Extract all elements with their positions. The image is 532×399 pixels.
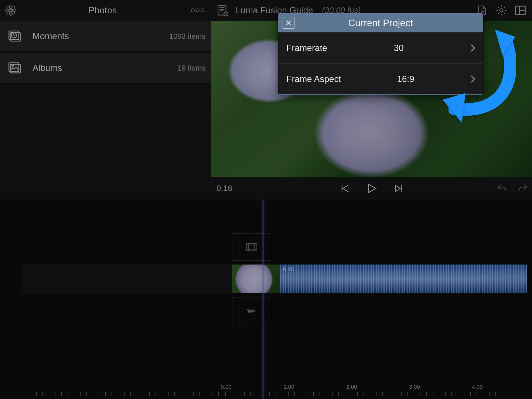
- skip-forward-icon[interactable]: [393, 183, 405, 194]
- modal-row-value: 16:9: [341, 74, 470, 84]
- more-options-icon[interactable]: [188, 6, 207, 15]
- clip-audio-waveform: [280, 265, 527, 293]
- modal-row-value: 30: [327, 43, 470, 53]
- current-project-modal: Current Project Framerate 30 Frame Aspec…: [278, 13, 483, 95]
- timeline-tracks[interactable]: 6.10 0.00 1.00 2.00 3.00 4.00: [21, 200, 511, 399]
- svg-point-11: [201, 9, 204, 12]
- redo-icon[interactable]: [517, 183, 528, 194]
- undo-icon[interactable]: [497, 183, 508, 194]
- clip-thumbnail: [232, 265, 280, 293]
- sidebar-item-albums[interactable]: Albums 19 items: [0, 52, 211, 83]
- settings-gear-icon[interactable]: [495, 4, 508, 17]
- sidebar-item-count: 1093 items: [169, 32, 205, 41]
- chevron-right-icon: [470, 44, 475, 52]
- timecode-readout: 0.16: [216, 184, 232, 193]
- ruler-labels: 0.00 1.00 2.00 3.00 4.00: [21, 383, 511, 391]
- media-library-sidebar: Photos Moments 1093 items Albums 19 item…: [0, 0, 211, 200]
- svg-point-10: [196, 9, 200, 12]
- modal-row-framerate[interactable]: Framerate 30: [278, 32, 483, 63]
- svg-point-20: [499, 8, 503, 12]
- timeline-panel: 6.10 0.00 1.00 2.00 3.00 4.00: [0, 200, 532, 399]
- playhead[interactable]: [263, 200, 263, 399]
- audio-track-dropzone[interactable]: [232, 297, 271, 324]
- svg-rect-31: [246, 243, 257, 251]
- moments-icon: [7, 29, 22, 44]
- add-media-icon[interactable]: [216, 4, 229, 17]
- photos-app-icon: [4, 4, 17, 17]
- modal-row-label: Frame Aspect: [286, 74, 341, 84]
- sidebar-item-label: Moments: [33, 31, 169, 41]
- play-icon[interactable]: [365, 182, 378, 195]
- modal-row-aspect[interactable]: Frame Aspect 16:9: [278, 63, 483, 94]
- svg-point-17: [12, 65, 13, 66]
- timeline-clip[interactable]: 6.10: [232, 265, 527, 293]
- video-overlay-dropzone[interactable]: [232, 233, 271, 261]
- skip-back-icon[interactable]: [339, 183, 350, 194]
- chevron-right-icon: [470, 75, 475, 83]
- time-ruler[interactable]: 0.00 1.00 2.00 3.00 4.00: [21, 383, 511, 396]
- svg-point-9: [191, 9, 195, 12]
- svg-point-0: [10, 9, 12, 11]
- transport-bar: 0.16: [211, 177, 532, 200]
- ruler-ticks: [21, 392, 511, 396]
- sidebar-title: Photos: [17, 5, 188, 16]
- sidebar-item-label: Albums: [33, 63, 177, 73]
- sidebar-header: Photos: [0, 0, 211, 21]
- modal-row-label: Framerate: [286, 43, 327, 53]
- clip-duration-label: 6.10: [283, 266, 294, 272]
- modal-title: Current Project: [294, 17, 467, 29]
- albums-icon: [7, 61, 22, 75]
- sidebar-item-moments[interactable]: Moments 1093 items: [0, 21, 211, 52]
- sidebar-item-count: 19 items: [177, 64, 205, 72]
- modal-close-button[interactable]: [283, 17, 294, 29]
- layout-icon[interactable]: [514, 4, 527, 17]
- modal-header: Current Project: [278, 14, 483, 32]
